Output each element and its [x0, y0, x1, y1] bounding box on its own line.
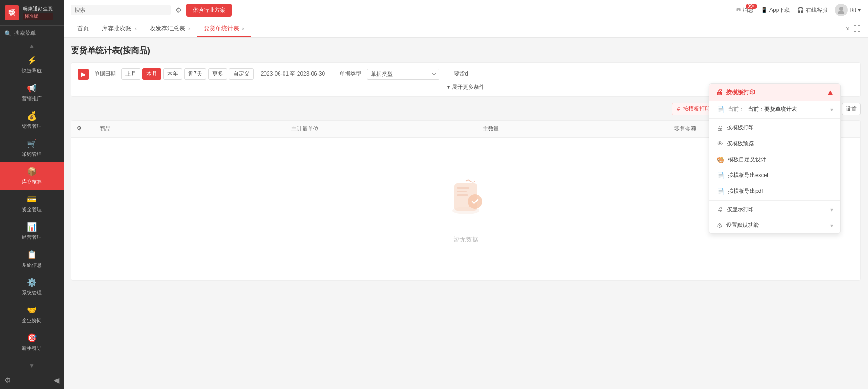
dropdown-close-btn[interactable]: ▲ — [827, 88, 834, 96]
dropdown-current-item[interactable]: 📄 当前： 当前：要货单统计表 ▾ — [709, 101, 840, 117]
export-excel-label: 按模板导出excel — [728, 172, 768, 179]
sidebar-item-label: 经营管理 — [22, 234, 42, 241]
tab-close-all-btn[interactable]: × — [846, 25, 850, 33]
sidebar-item-cooperation[interactable]: 🤝 企业协同 — [0, 301, 64, 328]
filter-toggle-icon: ▶ — [81, 71, 86, 78]
message-btn[interactable]: ✉ 消息 99+ — [736, 6, 753, 14]
dropdown-item-export-excel[interactable]: 📄 按模板导出excel — [709, 167, 840, 183]
date-btn-last-7days[interactable]: 近7天 — [184, 68, 206, 80]
current-item-arrow: ▾ — [830, 106, 833, 113]
app-name: 畅康通好生意 — [23, 5, 53, 12]
sidebar-item-sales[interactable]: 💰 销售管理 — [0, 106, 64, 134]
sales-icon: 💰 — [27, 111, 37, 121]
sidebar-item-purchase[interactable]: 🛒 采购管理 — [0, 134, 64, 162]
main-area: ⚙ 体验行业方案 ✉ 消息 99+ 📱 App下载 🎧 在线客服 Rit ▾ — [64, 0, 868, 389]
template-preview-icon: 👁 — [717, 140, 723, 147]
sidebar-item-marketing[interactable]: 📢 营销推广 — [0, 79, 64, 106]
dropdown-item-export-pdf[interactable]: 📄 按模板导出pdf — [709, 183, 840, 199]
tab-home[interactable]: 首页 — [71, 21, 95, 37]
cooperation-icon: 🤝 — [27, 305, 37, 315]
expand-more-label: 展开更多条件 — [452, 83, 484, 91]
dropdown-item-template-preview[interactable]: 👁 按模板预览 — [709, 136, 840, 152]
settings-col-icon: ⚙ — [77, 125, 82, 131]
sidebar-item-guide[interactable]: 🎯 新手引导 — [0, 328, 64, 356]
template-preview-label: 按模板预览 — [727, 140, 754, 147]
sidebar-item-inventory[interactable]: 📦 库存核算 — [0, 162, 64, 190]
print-dropdown-panel: 🖨 按模板打印 ▲ 📄 当前： 当前：要货单统计表 ▾ 🖨 按模板打印 — [709, 83, 841, 234]
tab-receipt-summary[interactable]: 收发存汇总表 × — [143, 21, 197, 37]
sidebar-item-operation[interactable]: 📊 经营管理 — [0, 217, 64, 245]
sidebar-scroll-up[interactable]: ▲ — [0, 41, 64, 51]
tab-receipt-summary-close[interactable]: × — [188, 26, 190, 31]
dropdown-item-template-print[interactable]: 🖨 按模板打印 — [709, 120, 840, 136]
sidebar-item-finance[interactable]: 💳 资金管理 — [0, 190, 64, 217]
finance-icon: 💳 — [27, 194, 37, 204]
tab-order-summary-close[interactable]: × — [242, 26, 244, 31]
app-download-label: App下载 — [769, 6, 790, 14]
sidebar-scroll-down[interactable]: ▼ — [0, 361, 64, 371]
user-dropdown-icon: ▾ — [858, 7, 861, 13]
experience-btn[interactable]: 体验行业方案 — [186, 4, 232, 17]
collapse-icon[interactable]: ◀ — [54, 376, 59, 384]
svg-rect-5 — [457, 194, 468, 196]
tab-batch-account[interactable]: 库存批次账 × — [95, 21, 143, 37]
date-btn-prev-month[interactable]: 上月 — [121, 68, 140, 80]
sidebar-bottom: ⚙ ◀ — [0, 371, 64, 389]
dropdown-divider-2 — [709, 200, 840, 201]
user-avatar[interactable]: Rit ▾ — [835, 4, 861, 16]
dropdown-title: 按模板打印 — [726, 88, 755, 96]
app-download-btn[interactable]: 📱 App下载 — [761, 6, 790, 14]
dropdown-item-template-design[interactable]: 🎨 模板自定义设计 — [709, 152, 840, 167]
sidebar-item-label: 企业协同 — [22, 317, 42, 324]
expand-more-btn[interactable]: ▾ 展开更多条件 — [447, 83, 484, 91]
empty-icon — [443, 174, 489, 228]
date-filter-label: 单据日期 — [94, 70, 116, 78]
customer-service-label: 在线客服 — [806, 6, 828, 14]
marketing-icon: 📢 — [27, 83, 37, 93]
sidebar-item-label: 快捷导航 — [22, 67, 42, 74]
scroll-up-icon[interactable]: ▲ — [27, 41, 36, 51]
sidebar-item-label: 基础信息 — [22, 262, 42, 268]
tab-order-summary[interactable]: 要货单统计表 × — [197, 21, 251, 37]
goods-type-label: 要货d — [454, 70, 468, 78]
sidebar-item-system[interactable]: ⚙️ 系统管理 — [0, 273, 64, 301]
date-btn-custom[interactable]: 自定义 — [229, 68, 254, 80]
message-badge: 99+ — [746, 4, 757, 9]
doc-type-select[interactable]: 单据类型 — [367, 69, 439, 80]
current-item-value: 当前：要货单统计表 — [748, 106, 797, 113]
date-btn-current-year[interactable]: 本年 — [163, 68, 182, 80]
sidebar-item-quick-nav[interactable]: ⚡ 快捷导航 — [0, 51, 64, 79]
sidebar-item-label: 新手引导 — [22, 345, 42, 352]
filter-toggle-btn[interactable]: ▶ — [78, 69, 89, 80]
guide-icon: 🎯 — [27, 333, 37, 343]
settings-page-btn[interactable]: 设置 — [842, 103, 861, 115]
sidebar-item-apps[interactable]: 🔲 应用中心 — [0, 356, 64, 361]
customer-service-btn[interactable]: 🎧 在线客服 — [797, 6, 828, 14]
dropdown-display-print[interactable]: 🖨 按显示打印 ▾ — [709, 202, 840, 217]
dropdown-divider-1 — [709, 118, 840, 119]
default-settings-label: 设置默认功能 — [726, 222, 759, 229]
date-btn-more[interactable]: 更多 — [208, 68, 227, 80]
current-item-icon: 📄 — [717, 106, 724, 113]
scroll-down-icon[interactable]: ▼ — [27, 361, 36, 371]
header-settings-icon[interactable]: ⚙ — [175, 6, 182, 15]
sidebar-item-basic[interactable]: 📋 基础信息 — [0, 245, 64, 273]
header-search-input[interactable] — [71, 5, 171, 15]
display-print-arrow: ▾ — [830, 207, 833, 213]
tab-bar-right: × ⛶ — [846, 25, 861, 33]
dropdown-header: 🖨 按模板打印 ▲ — [709, 84, 840, 101]
settings-icon[interactable]: ⚙ — [5, 376, 11, 384]
logo-icon: 畅 — [5, 5, 19, 20]
purchase-icon: 🛒 — [27, 139, 37, 149]
tab-maximize-btn[interactable]: ⛶ — [853, 25, 861, 33]
template-design-icon: 🎨 — [717, 156, 724, 163]
dropdown-default-settings[interactable]: ⚙ 设置默认功能 ▾ — [709, 217, 840, 233]
sidebar-nav: ⚡ 快捷导航 📢 营销推广 💰 销售管理 🛒 采购管理 📦 库存核算 💳 资金管… — [0, 51, 64, 361]
tab-batch-account-close[interactable]: × — [134, 26, 137, 31]
inventory-icon: 📦 — [27, 167, 37, 177]
print-icon: 🖨 — [676, 106, 681, 112]
sidebar-search[interactable]: 🔍 搜索菜单 — [0, 26, 64, 41]
date-btn-current-month[interactable]: 本月 — [142, 68, 161, 80]
table-col-settings[interactable]: ⚙ — [71, 121, 94, 137]
date-buttons: 上月 本月 本年 近7天 更多 自定义 — [121, 68, 254, 80]
